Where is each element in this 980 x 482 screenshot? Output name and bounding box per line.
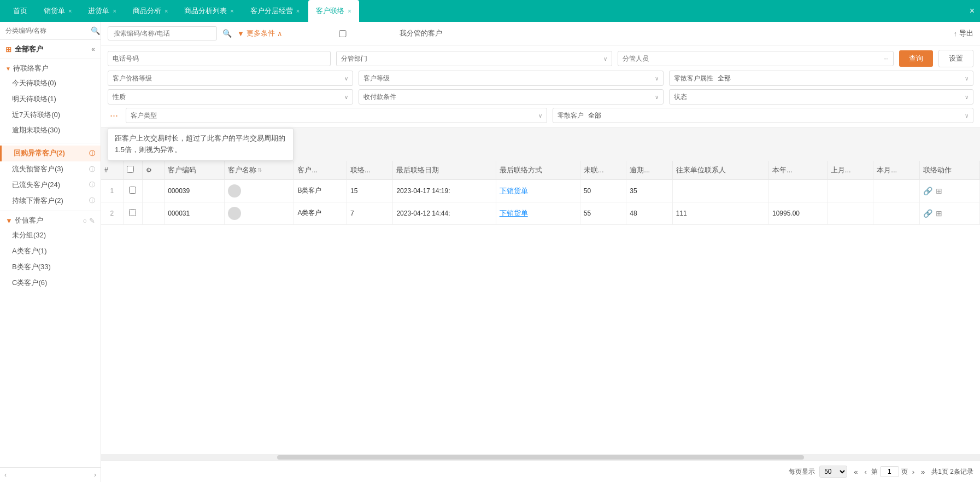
action-grid-icon[interactable]: ⊞ [936, 209, 942, 218]
col-contact-person[interactable]: 往来单位联系人 [672, 161, 768, 180]
col-code[interactable]: 客户编码 [165, 161, 225, 180]
my-customers-checkbox-area[interactable]: 我分管的客户 [288, 28, 442, 38]
col-overdue[interactable]: 逾期... [626, 161, 672, 180]
horizontal-scrollbar[interactable] [101, 454, 980, 461]
close-customer-segmentation[interactable]: × [296, 8, 300, 14]
col-contact-count[interactable]: 联络... [347, 161, 392, 180]
sidebar-declining-customers[interactable]: 持续下滑客户(2) ⓘ [0, 193, 101, 209]
sidebar-overdue-pending[interactable]: 逾期未联络(30) [0, 123, 101, 138]
price-level-filter[interactable]: 客户价格等级 ∨ [108, 71, 353, 86]
col-name[interactable]: 客户名称 ⇅ [225, 161, 294, 180]
sidebar-tomorrow-pending[interactable]: 明天待联络(1) [0, 91, 101, 107]
customer-type-filter[interactable]: 客户类型 ∨ [126, 108, 547, 123]
sidebar-search-icon[interactable]: 🔍 [91, 26, 100, 35]
col-last-contact-method[interactable]: 最后联络方式 [496, 161, 580, 180]
nav-product-analysis-list[interactable]: 商品分析列表 × [177, 0, 241, 22]
close-customer-contact[interactable]: × [348, 8, 351, 14]
manager-filter[interactable]: 分管人员 ··· [618, 51, 894, 66]
per-page-label: 每页显示 [789, 467, 815, 477]
export-button[interactable]: ↑ 导出 [954, 28, 974, 38]
sidebar-group-pending[interactable]: ▼ 待联络客户 [0, 61, 101, 76]
search-input[interactable] [108, 26, 217, 40]
col-last-month[interactable]: 上月... [827, 161, 873, 180]
sidebar-today-pending[interactable]: 今天待联络(0) [0, 76, 101, 91]
col-this-month[interactable]: 本月... [873, 161, 919, 180]
info-icon-declining[interactable]: ⓘ [89, 196, 95, 206]
info-icon-lost[interactable]: ⓘ [89, 180, 95, 190]
sidebar-a-class[interactable]: A类客户(1) [0, 243, 101, 259]
sidebar-churn-warning[interactable]: 流失预警客户(3) ⓘ [0, 161, 101, 177]
search-button-icon[interactable]: 🔍 [222, 29, 232, 38]
info-icon-churn[interactable]: ⓘ [89, 165, 95, 175]
sidebar-b-class[interactable]: B类客户(33) [0, 259, 101, 275]
status-filter[interactable]: 状态 ∨ [669, 89, 973, 104]
nav-purchase-order[interactable]: 进货单 × [80, 0, 124, 22]
sidebar-collapse-icon[interactable]: « [91, 45, 95, 53]
payment-filter[interactable]: 收付款条件 ∨ [359, 89, 663, 104]
next-page-btn[interactable]: › [910, 467, 917, 477]
nav-home[interactable]: 首页 [5, 0, 35, 22]
row-checkbox[interactable] [129, 209, 136, 216]
action-grid-icon[interactable]: ⊞ [936, 187, 942, 195]
scatter-customer-filter[interactable]: 零散客户 全部 ∨ [553, 108, 974, 123]
close-purchase-order[interactable]: × [113, 8, 116, 14]
sidebar-scroll-right[interactable]: › [94, 471, 96, 479]
phone-filter[interactable]: 电话号码 [108, 51, 331, 66]
settings-button[interactable]: 设置 [938, 50, 973, 67]
close-product-analysis-list[interactable]: × [230, 8, 233, 14]
page-input[interactable] [880, 466, 899, 477]
close-all-tabs[interactable]: × [970, 6, 975, 16]
sidebar-c-class[interactable]: C类客户(6) [0, 275, 101, 291]
col-last-contact-date[interactable]: 最后联络日期 [393, 161, 496, 180]
customer-level-filter[interactable]: 客户等级 ∨ [359, 71, 663, 86]
sidebar-lost-customers[interactable]: 已流失客户(24) ⓘ [0, 177, 101, 193]
nav-sales-order[interactable]: 销货单 × [36, 0, 79, 22]
circle-icon[interactable]: ○ [83, 217, 87, 225]
last-page-btn[interactable]: » [919, 467, 927, 477]
sidebar-all-customers[interactable]: ⊞ 全部客户 « [0, 40, 101, 59]
select-all-checkbox[interactable] [127, 166, 134, 173]
close-sales-order[interactable]: × [68, 8, 72, 14]
nature-filter[interactable]: 性质 ∨ [108, 89, 353, 104]
first-page-btn[interactable]: « [852, 467, 860, 477]
my-customers-checkbox[interactable] [288, 30, 397, 37]
col-check[interactable] [123, 161, 142, 180]
col-type[interactable]: 客户... [294, 161, 347, 180]
scroll-track[interactable] [277, 455, 805, 460]
sidebar-scroll-left[interactable]: ‹ [4, 471, 7, 479]
cell-check[interactable] [123, 202, 142, 224]
more-dots-btn[interactable]: ··· [108, 110, 120, 121]
col-uncontacted[interactable]: 未联... [580, 161, 626, 180]
table-area[interactable]: # ⚙ 客户编码 客户名称 ⇅ [101, 161, 980, 454]
per-page-select[interactable]: 50 100 200 [819, 466, 847, 478]
page-label: 第 [871, 467, 878, 477]
nav-product-analysis[interactable]: 商品分析 × [125, 0, 175, 22]
prev-page-btn[interactable]: ‹ [862, 467, 868, 477]
action-link-icon[interactable]: 🔗 [923, 209, 932, 218]
sidebar-search-input[interactable] [5, 27, 87, 34]
action-link-icon[interactable]: 🔗 [923, 187, 932, 195]
nav-customer-segmentation[interactable]: 客户分层经营 × [243, 0, 307, 22]
more-conditions-btn[interactable]: ▼ 更多条件 ∧ [237, 28, 283, 38]
nav-customer-contact[interactable]: 客户联络 × [308, 0, 359, 22]
sidebar-repurchase-anomaly[interactable]: 回购异常客户(2) ⓘ [0, 146, 101, 161]
cell-check[interactable] [123, 179, 142, 202]
cell-last-contact-method[interactable]: 下销货单 [496, 202, 580, 224]
last-contact-link[interactable]: 下销货单 [500, 187, 528, 195]
col-settings[interactable]: ⚙ [142, 161, 165, 180]
sidebar-ungrouped[interactable]: 未分组(32) [0, 228, 101, 243]
avatar [228, 184, 241, 198]
col-this-year[interactable]: 本年... [768, 161, 827, 180]
last-contact-link[interactable]: 下销货单 [500, 209, 528, 217]
sidebar-7days-pending[interactable]: 近7天待联络(0) [0, 107, 101, 123]
info-icon-repurchase[interactable]: ⓘ [89, 149, 95, 159]
close-product-analysis[interactable]: × [165, 8, 168, 14]
scatter-attr-filter[interactable]: 零散客户属性 全部 ∨ [669, 71, 973, 86]
cell-last-contact-method[interactable]: 下销货单 [496, 179, 580, 202]
row-checkbox[interactable] [129, 187, 136, 194]
query-button[interactable]: 查询 [899, 50, 933, 67]
cell-contact-person [672, 179, 768, 202]
dept-filter[interactable]: 分管部门 ∨ [336, 51, 612, 66]
value-group-icons[interactable]: ○ ✎ [83, 217, 95, 225]
edit-icon[interactable]: ✎ [89, 217, 95, 225]
